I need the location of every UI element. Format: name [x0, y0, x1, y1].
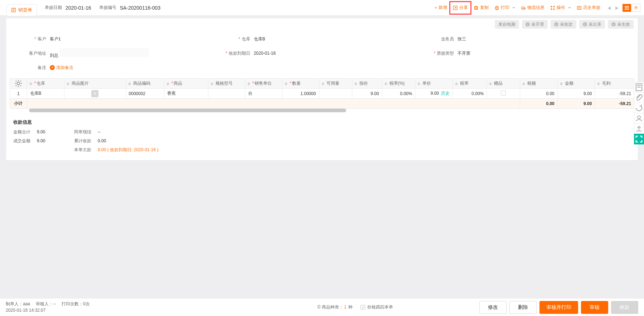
side-rail: [634, 82, 644, 144]
print-label: 打印: [501, 5, 509, 11]
audit-print-button[interactable]: 审核并打印: [539, 301, 578, 314]
cell-img[interactable]: b: [64, 89, 126, 99]
info-icon: i: [583, 22, 587, 26]
share-button[interactable]: 分享: [450, 2, 471, 14]
cell-price[interactable]: 9.00历史: [415, 89, 453, 99]
invtype-value[interactable]: 不开票: [457, 50, 470, 56]
truck-icon: [521, 5, 526, 10]
subtotal-label: 小计: [10, 99, 27, 109]
col-code[interactable]: 商品编码: [126, 79, 164, 89]
copy-button[interactable]: 复制: [471, 3, 492, 13]
header-form: *客户客户1 *仓库仓库B 业务员张三 客户地址刘总 *收款到期日2020-01…: [6, 30, 638, 78]
col-taxamt[interactable]: 税额: [520, 79, 558, 89]
col-warehouse[interactable]: *仓库: [27, 79, 64, 89]
tab-sales-order[interactable]: 销货单: [6, 4, 37, 16]
warehouse-value[interactable]: 仓库B: [254, 36, 265, 42]
remark-label: 备注: [16, 65, 46, 71]
same-value: --: [98, 129, 101, 134]
col-price[interactable]: 单价: [415, 79, 453, 89]
price-history-link[interactable]: 历史: [441, 91, 450, 96]
gift-checkbox[interactable]: [501, 90, 506, 95]
col-tax[interactable]: 税率: [453, 79, 487, 89]
cell-wh[interactable]: 仓库B: [27, 89, 64, 99]
detail-view-icon: 8=: [634, 6, 638, 10]
rail-attach[interactable]: [634, 92, 644, 103]
rail-expand[interactable]: [634, 134, 644, 144]
cell-spec[interactable]: [208, 89, 245, 99]
plus-icon: +: [435, 5, 437, 10]
price-follow-checkbox[interactable]: ✓价格跟踪本单: [360, 304, 393, 310]
rail-upload[interactable]: [634, 123, 644, 134]
rail-note[interactable]: [634, 82, 644, 93]
subtotal-row: 小计 0.00 9.00 -59.21: [10, 99, 634, 109]
col-unit[interactable]: *销售单位: [245, 79, 282, 89]
invtype-label: *票据类型: [424, 50, 454, 56]
audit-button[interactable]: 审核: [581, 301, 608, 314]
address-value[interactable]: 刘总: [50, 48, 149, 59]
ops-button[interactable]: 操作: [547, 3, 574, 13]
col-gift[interactable]: 赠品: [487, 79, 520, 89]
owe-value: 9.00: [98, 147, 106, 152]
subtotal-profit: -59.21: [595, 99, 634, 109]
svg-point-8: [522, 9, 523, 9]
table-row[interactable]: 1 仓库B b 0000002 香蕉 台 1.00000 9.00 0.00% …: [10, 89, 634, 99]
footer-bar: 制单人：aaa 审核人：-- 打印次数：0次 2020-01-16 14:32:…: [0, 298, 644, 316]
cell-profit: -59.21: [595, 89, 634, 99]
receipt-button[interactable]: 收款: [611, 301, 638, 314]
ops-label: 操作: [557, 5, 565, 11]
view-detail[interactable]: 8=: [632, 4, 640, 12]
history-button[interactable]: 历史单据: [574, 3, 603, 13]
duedate-value[interactable]: 2020-01-16: [254, 51, 276, 56]
cell-disc[interactable]: 0.00%: [382, 89, 415, 99]
add-remark-button[interactable]: +添加备注: [50, 65, 73, 71]
total-label: 金额合计: [13, 129, 35, 135]
col-image[interactable]: 商品图片: [64, 79, 126, 89]
nav-prev[interactable]: ◀: [606, 4, 612, 11]
svg-rect-3: [475, 7, 478, 9]
print-button[interactable]: 打印: [492, 3, 518, 13]
col-amount[interactable]: 金额: [557, 79, 595, 89]
toolbar: 销货单 单据日期 2020-01-16 单据编号 SA-20200116-003…: [0, 0, 644, 16]
rail-refresh[interactable]: [634, 103, 644, 113]
col-spec[interactable]: 规格型号: [208, 79, 245, 89]
col-avail[interactable]: 可用量: [319, 79, 352, 89]
cell-quote[interactable]: 9.00: [352, 89, 382, 99]
status-no-invoice[interactable]: i未开票: [522, 20, 548, 29]
new-button[interactable]: +新增: [432, 3, 450, 13]
customer-value[interactable]: 客户1: [50, 36, 61, 42]
cell-gift[interactable]: [487, 89, 520, 99]
nav-next[interactable]: ▶: [614, 4, 620, 11]
status-no-out[interactable]: i未出库: [579, 20, 605, 29]
new-label: 新增: [439, 5, 447, 11]
horizontal-scrollbar[interactable]: [29, 109, 346, 112]
edit-button[interactable]: 修改: [479, 301, 507, 314]
col-quote[interactable]: 报价: [352, 79, 382, 89]
kinds-info: © 商品种类：1 种: [318, 304, 353, 310]
col-gear[interactable]: [10, 79, 27, 89]
document-panel: 来自电脑 i未开票 i未收款 i未出库 i未生效 *客户客户1 *仓库仓库B 业…: [6, 18, 638, 161]
col-disc[interactable]: 税率(%): [382, 79, 415, 89]
cell-unit[interactable]: 台: [245, 89, 282, 99]
attachment-icon: [634, 93, 644, 102]
cell-code[interactable]: 0000002: [126, 89, 164, 99]
reviewer-info: 审核人：--: [36, 301, 56, 307]
col-qty[interactable]: *数量: [282, 79, 319, 89]
cell-name[interactable]: 香蕉: [164, 89, 208, 99]
acc-value: 0.00: [98, 138, 106, 143]
sales-value[interactable]: 张三: [457, 36, 466, 42]
cell-qty[interactable]: 1.00000: [282, 89, 319, 99]
maker-info: 制单人：aaa: [6, 301, 30, 307]
delete-button[interactable]: 删除: [509, 301, 537, 314]
view-list[interactable]: [623, 4, 631, 12]
cell-tax[interactable]: 0.00%: [453, 89, 487, 99]
col-profit[interactable]: 毛利: [595, 79, 634, 89]
status-no-receipt[interactable]: i未收款: [551, 20, 576, 29]
info-icon: i: [554, 22, 558, 26]
duedate-label: *收款到期日: [220, 50, 250, 56]
col-name[interactable]: *商品: [164, 79, 208, 89]
rail-user[interactable]: [634, 113, 644, 124]
cell-idx: 1: [10, 89, 27, 99]
status-not-active[interactable]: i未生效: [608, 20, 634, 29]
logistics-button[interactable]: 物流信息: [518, 3, 547, 13]
line-items-table: *仓库 商品图片 商品编码 *商品 规格型号 *销售单位 *数量 可用量 报价 …: [10, 78, 634, 112]
